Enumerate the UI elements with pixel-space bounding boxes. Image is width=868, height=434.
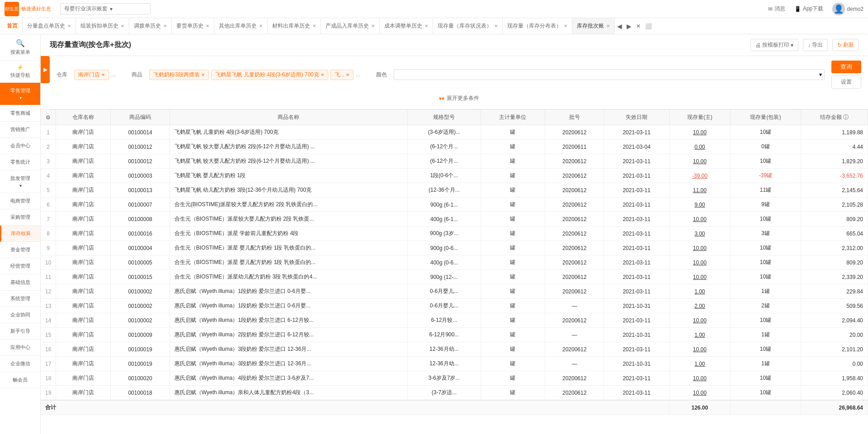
sidebar-search[interactable]: 🔍 搜索菜单 xyxy=(0,34,40,61)
tab-9-close[interactable]: ✕ xyxy=(494,24,498,28)
filter-expand-btn[interactable]: ▶ xyxy=(41,56,50,83)
row-unit: 罐 xyxy=(481,357,545,371)
product-tag-3[interactable]: 飞... ✕ xyxy=(330,70,354,80)
filter-expand-row[interactable]: ▾▾ 展开更多条件 xyxy=(57,92,861,104)
sidebar-item-system[interactable]: 系统管理 xyxy=(0,291,40,307)
expand-down-icon: ▾▾ xyxy=(439,95,444,102)
row-qty[interactable]: 1.00 xyxy=(669,328,730,342)
tab-1-label: 分量盘点单历史 xyxy=(27,22,65,30)
product-tag-1[interactable]: 飞鹤奶粉3段两摆装 ✕ xyxy=(149,70,209,80)
sidebar-item-collab[interactable]: 企业协同 xyxy=(0,307,40,323)
tab-1-close[interactable]: ✕ xyxy=(67,24,71,28)
tab-8-close[interactable]: ✕ xyxy=(425,24,428,28)
row-qty[interactable]: 10.00 xyxy=(669,125,730,140)
product-tag-3-close[interactable]: ✕ xyxy=(346,72,349,77)
row-qty[interactable]: 10.00 xyxy=(669,342,730,357)
tab-4[interactable]: 要货单历史 ✕ xyxy=(172,18,214,34)
product-tag-2[interactable]: 飞鹤星飞帆 儿童奶粉 4段(3-6岁适用) 700克 ✕ xyxy=(211,70,328,80)
tab-10[interactable]: 现存量（库存分布表） ✕ xyxy=(503,18,572,34)
row-qty[interactable]: 10.00 xyxy=(669,313,730,328)
tab-3-close[interactable]: ✕ xyxy=(163,24,167,28)
print-btn[interactable]: 🖨 按模板打印 ▾ xyxy=(750,39,798,51)
tab-prev-btn[interactable]: ◀ xyxy=(615,23,624,30)
row-qty[interactable]: 3.00 xyxy=(669,226,730,241)
tab-6-close[interactable]: ✕ xyxy=(312,24,316,28)
filter-actions: 查询 设置 xyxy=(831,61,861,89)
tab-2-close[interactable]: ✕ xyxy=(121,24,124,28)
sidebar-item-retail-mgmt[interactable]: 零售管理 ▾ xyxy=(0,83,40,105)
sidebar-item-inventory[interactable]: 库存核算 xyxy=(0,226,40,242)
row-qty[interactable]: 10.00 xyxy=(669,270,730,284)
row-qty[interactable]: -39.00 xyxy=(669,169,730,183)
sidebar-item-operations[interactable]: 经营管理 xyxy=(0,258,40,274)
table-row: 19 南岸门店 00100018 惠氏启赋（Wyeth illuma）亲和人体儿… xyxy=(41,386,868,401)
row-expire: 2021-03-11 xyxy=(604,371,669,386)
th-setting[interactable]: ⚙ xyxy=(41,110,56,125)
tab-10-close[interactable]: ✕ xyxy=(564,24,567,28)
warehouse-tag-1-close[interactable]: ✕ xyxy=(101,72,105,77)
row-qty[interactable]: 0.00 xyxy=(669,140,730,154)
row-num: 12 xyxy=(41,284,56,299)
color-filter-input[interactable]: ▾ xyxy=(394,69,825,80)
tab-6[interactable]: 材料出库单历史 ✕ xyxy=(268,18,321,34)
tab-next-btn[interactable]: ▶ xyxy=(624,23,634,30)
setting-btn[interactable]: 设置 xyxy=(831,75,861,89)
tab-2[interactable]: 组装拆卸单历史 ✕ xyxy=(76,18,129,34)
row-qty[interactable]: 10.00 xyxy=(669,212,730,226)
row-qty[interactable]: 1.00 xyxy=(669,284,730,299)
sidebar-item-guide[interactable]: 新手引导 xyxy=(0,323,40,340)
sidebar-item-app-center[interactable]: 应用中心 xyxy=(0,340,40,356)
row-qty[interactable]: 11.00 xyxy=(669,183,730,198)
sidebar-item-member[interactable]: 会员中心 xyxy=(0,138,40,154)
search-btn[interactable]: 查询 xyxy=(831,61,861,73)
row-unit: 罐 xyxy=(481,328,545,342)
sidebar-item-basic[interactable]: 基础信息 xyxy=(0,274,40,291)
row-qty[interactable]: 2.00 xyxy=(669,299,730,313)
sidebar-item-finance[interactable]: 资金管理 xyxy=(0,242,40,258)
row-amount: 2,094.40 xyxy=(801,313,868,328)
sidebar-item-member2[interactable]: 畅会员 xyxy=(0,372,40,388)
tab-11-close[interactable]: ✕ xyxy=(606,24,610,28)
sidebar-item-wechat[interactable]: 企业微信 xyxy=(0,356,40,372)
tab-11[interactable]: 库存批次账 ✕ xyxy=(572,18,615,34)
setting-icon[interactable]: ⚙ xyxy=(46,114,51,121)
sidebar-item-retail-shop[interactable]: 零售商城 xyxy=(0,105,40,122)
sidebar-item-retail-stats[interactable]: 零售统计 xyxy=(0,154,40,170)
warehouse-more[interactable]: ... xyxy=(111,71,116,78)
app-download-btn[interactable]: 📱 App下载 xyxy=(794,5,823,13)
user-area[interactable]: 👤 demo2 xyxy=(832,3,863,15)
sidebar-item-wholesale[interactable]: 批发管理 ▾ xyxy=(0,170,40,193)
export-btn[interactable]: ↓ 导出 xyxy=(803,39,828,51)
sidebar-quick[interactable]: ⚡ 快捷导航 xyxy=(0,61,40,83)
workspace-selector[interactable]: 母婴行业演示账套 ▾ xyxy=(60,3,151,14)
tab-1[interactable]: 分量盘点单历史 ✕ xyxy=(23,18,76,34)
tab-7[interactable]: 产成品入库单历史 ✕ xyxy=(321,18,380,34)
warehouse-tag-1[interactable]: 南岸门店 ✕ xyxy=(74,70,109,80)
sidebar-item-ecommerce[interactable]: 电商管理 xyxy=(0,193,40,209)
tab-8[interactable]: 成本调整单历史 ✕ xyxy=(380,18,433,34)
row-qty[interactable]: 10.00 xyxy=(669,255,730,270)
row-unit: 罐 xyxy=(481,371,545,386)
product-more[interactable]: ... xyxy=(356,71,360,78)
tab-home[interactable]: 首页 xyxy=(2,18,23,34)
message-btn[interactable]: ✉ 消息 xyxy=(768,5,785,13)
tab-4-close[interactable]: ✕ xyxy=(206,24,209,28)
tab-9[interactable]: 现存量（库存状况表） ✕ xyxy=(433,18,503,34)
row-qty[interactable]: 9.00 xyxy=(669,198,730,212)
tab-5-close[interactable]: ✕ xyxy=(259,24,263,28)
refresh-btn[interactable]: ↻ 刷新 xyxy=(832,39,859,51)
sidebar-item-purchase[interactable]: 采购管理 xyxy=(0,209,40,226)
sidebar-item-marketing[interactable]: 营销推广 xyxy=(0,122,40,138)
tab-maximize-btn[interactable]: ⬜ xyxy=(643,23,654,29)
row-qty[interactable]: 1.00 xyxy=(669,357,730,371)
row-qty[interactable]: 10.00 xyxy=(669,241,730,255)
tab-close-all-btn[interactable]: ✕ xyxy=(634,23,643,29)
product-tag-2-close[interactable]: ✕ xyxy=(321,72,324,77)
tab-7-close[interactable]: ✕ xyxy=(371,24,375,28)
tab-5[interactable]: 其他出库单历史 ✕ xyxy=(214,18,268,34)
row-qty[interactable]: 10.00 xyxy=(669,371,730,386)
row-qty[interactable]: 10.00 xyxy=(669,386,730,401)
row-qty[interactable]: 10.00 xyxy=(669,154,730,169)
product-tag-1-close[interactable]: ✕ xyxy=(201,72,205,77)
tab-3[interactable]: 调拨单历史 ✕ xyxy=(129,18,172,34)
